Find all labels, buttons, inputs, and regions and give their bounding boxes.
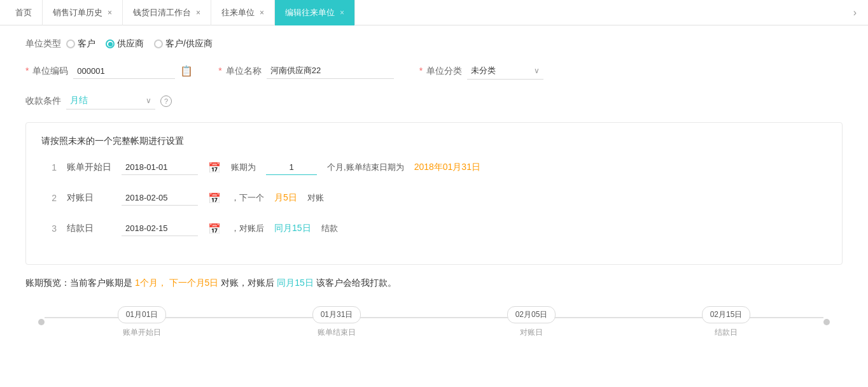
radio-circle-customer [66,39,75,48]
radio-label-customer: 客户 [78,38,95,50]
payment-condition-group: 收款条件 月结 ∨ ? [25,92,172,109]
payment-condition-value: 月结 [70,95,88,106]
reconcile-suffix: 对账 [307,192,324,204]
timeline-pill-3: 02月05日 [507,306,556,323]
unit-name-group: * 单位名称 [218,64,393,79]
tab-edit-partner[interactable]: 编辑往来单位 × [275,0,355,25]
row-num-3: 3 [41,223,57,234]
unit-code-label: * 单位编码 [25,66,68,77]
unit-code-group: * 单位编码 📋 [25,64,193,79]
unit-type-label: 单位类型 [25,38,61,50]
unit-category-label: * 单位分类 [419,66,462,77]
period-suffix: 个月,账单结束日期为 [327,162,404,173]
row-label-1: 账单开始日 [67,162,111,173]
radio-label-both: 客户/供应商 [165,38,213,50]
tab-close-sales[interactable]: × [108,8,112,17]
unit-code-input[interactable] [73,64,175,79]
timeline-section: 01月01日 账单开始日 01月31日 账单结束日 02月05日 对账日 02月… [25,306,843,338]
tab-sales-order-history[interactable]: 销售订单历史 × [43,0,123,25]
reconcile-date-input[interactable] [122,190,198,206]
start-date-input[interactable] [122,160,198,175]
timeline-end-dot [823,319,830,325]
start-date-cal-icon[interactable]: 📅 [208,162,221,174]
reconcile-prefix: ，下一个 [231,192,264,204]
timeline-wrapper: 01月01日 账单开始日 01月31日 账单结束日 02月05日 对账日 02月… [38,306,830,338]
payment-highlight: 同月15日 [274,223,311,234]
tab-close-partner[interactable]: × [260,8,264,17]
tab-close-cash[interactable]: × [196,8,200,17]
config-row-3: 3 结款日 📅 ，对账后 同月15日 结款 [41,221,827,236]
period-value-input[interactable] [266,160,317,175]
unit-name-input[interactable] [267,64,394,79]
timeline-pill-4: 02月15日 [702,306,751,323]
row-num-2: 2 [41,193,57,203]
payment-suffix: 结款 [321,223,338,234]
unit-name-label: * 单位名称 [218,66,261,77]
timeline-start-dot [38,319,45,325]
help-icon[interactable]: ? [160,95,172,107]
card-title: 请按照未来的一个完整帐期进行设置 [41,136,827,147]
tab-close-edit[interactable]: × [340,8,344,17]
unit-code-icon[interactable]: 📋 [180,65,193,77]
reconcile-highlight: 月5日 [274,192,297,204]
reconcile-date-cal-icon[interactable]: 📅 [208,192,221,204]
unit-category-value: 未分类 [471,65,496,76]
preview-mid: 对账，对账后 [221,278,274,288]
settings-card: 请按照未来的一个完整帐期进行设置 1 账单开始日 📅 账期为 个月,账单结束日期… [25,122,843,265]
payment-condition-row: 收款条件 月结 ∨ ? [25,92,843,109]
main-content: 单位类型 客户 供应商 客户/供应商 * 单位编码 [0,25,868,387]
unit-category-arrow: ∨ [534,66,540,75]
timeline-node-2: 01月31日 账单结束日 [239,306,434,338]
timeline-node-3: 02月05日 对账日 [434,306,629,338]
preview-section: 账期预览：当前客户账期是 1个月， 下一个月5日 对账，对账后 同月15日 该客… [25,275,843,291]
timeline-label-2: 账单结束日 [318,327,356,338]
payment-date-input[interactable] [122,221,198,236]
unit-category-group: * 单位分类 未分类 ∨ [419,62,543,80]
period-label: 账期为 [231,162,256,173]
preview-part1: 1个月， [135,278,167,288]
required-star-code: * [25,66,29,76]
tabs-chevron[interactable]: › [847,7,863,18]
timeline-pill-1: 01月01日 [118,306,167,323]
tab-partner-unit[interactable]: 往来单位 × [211,0,275,25]
radio-both[interactable]: 客户/供应商 [154,38,213,50]
radio-circle-both [154,39,163,48]
unit-category-dropdown[interactable]: 未分类 ∨ [467,62,543,80]
unit-info-row: * 单位编码 📋 * 单位名称 * 单位分类 未分类 ∨ [25,62,843,80]
payment-prefix: ，对账后 [231,223,264,234]
unit-type-group: 单位类型 客户 供应商 客户/供应商 [25,38,213,50]
timeline-label-4: 结款日 [715,327,738,338]
timeline-node-1: 01月01日 账单开始日 [45,306,239,338]
config-row-2: 2 对账日 📅 ，下一个 月5日 对账 [41,190,827,206]
unit-type-radio-group: 客户 供应商 客户/供应商 [66,38,213,50]
period-end-date: 2018年01月31日 [414,162,480,173]
payment-condition-arrow: ∨ [146,96,151,105]
preview-prefix: 账期预览：当前客户账期是 [25,278,132,288]
radio-circle-supplier [106,39,115,48]
timeline-node-4: 02月15日 结款日 [629,306,823,338]
payment-condition-label: 收款条件 [25,95,61,107]
radio-supplier[interactable]: 供应商 [106,38,144,50]
timeline-label-1: 账单开始日 [123,327,161,338]
tab-home[interactable]: 首页 [5,0,43,25]
timeline-label-3: 对账日 [520,327,543,338]
tab-cash-work[interactable]: 钱货日清工作台 × [123,0,211,25]
tabs-bar: 首页 销售订单历史 × 钱货日清工作台 × 往来单位 × 编辑往来单位 × › [0,0,868,25]
radio-label-supplier: 供应商 [117,38,144,50]
timeline-pill-2: 01月31日 [312,306,361,323]
unit-type-row: 单位类型 客户 供应商 客户/供应商 [25,38,843,50]
config-row-1: 1 账单开始日 📅 账期为 个月,账单结束日期为 2018年01月31日 [41,160,827,175]
radio-customer[interactable]: 客户 [66,38,95,50]
timeline-inner: 01月01日 账单开始日 01月31日 账单结束日 02月05日 对账日 02月… [45,306,823,338]
row-label-2: 对账日 [67,192,111,204]
preview-part2: 下一个月5日 [169,278,219,288]
row-num-1: 1 [41,162,57,172]
payment-condition-dropdown[interactable]: 月结 ∨ [66,92,155,109]
required-star-category: * [419,66,423,76]
preview-suffix: 该客户会给我打款。 [316,278,396,288]
row-label-3: 结款日 [67,223,111,234]
payment-date-cal-icon[interactable]: 📅 [208,223,221,235]
preview-part3: 同月15日 [277,278,314,288]
required-star-name: * [218,66,221,76]
